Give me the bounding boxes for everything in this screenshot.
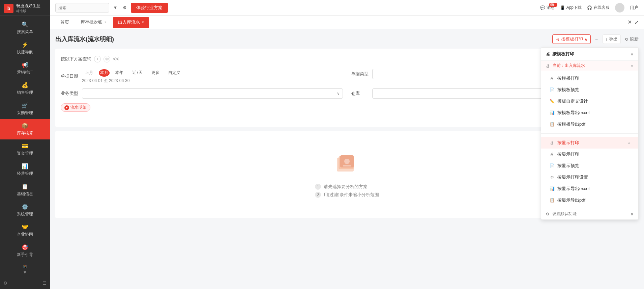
filter-date-label: 单据日期 [61,73,79,79]
sidebar-item-search[interactable]: 🔍 搜索菜单 [0,18,50,38]
system-icon: ⚙️ [22,204,28,210]
sidebar-item-label: 资金管理 [17,151,33,156]
filter-tag-item[interactable]: ● 流水明细 [61,103,90,112]
dropdown-item-template-print[interactable]: 🖨 按模板打印 [541,73,638,84]
dropdown-item-label: 按显示导出excel [557,186,589,192]
dropdown-divider [541,133,638,134]
dropdown-item-label: 按显示打印 [557,151,579,157]
refresh-btn[interactable]: ↻ 刷新 [625,36,639,42]
filter-add-btn[interactable]: + [94,56,101,62]
dropdown-display-collapse-icon: ∧ [628,141,630,145]
quicknav-icon: ⚡ [22,42,28,48]
hint-text-2: 用[过滤]条件来缩小分析范围 [324,192,379,198]
sidebar-item-sales[interactable]: 💰 销售管理 [0,79,50,99]
app-download-group[interactable]: 📱 App下载 [560,5,582,10]
date-this-year[interactable]: 本年 [112,69,126,77]
template-print-label: 按模板打印 [561,36,583,42]
headset-icon: 🎧 [587,5,592,10]
app-title: 畅捷通好生意 [16,3,40,9]
dropdown-footer-label: 设置默认功能 [552,211,577,217]
topbar-gear-icon[interactable]: ⚙ [121,4,128,11]
sidebar-item-purchase[interactable]: 🛒 采购管理 [0,99,50,119]
sidebar-item-marketing[interactable]: 📢 营销推广 [0,58,50,79]
dropdown-item-template-excel[interactable]: 📊 按模板导出excel [541,107,638,119]
online-service-group[interactable]: 🎧 在线客服 [587,5,610,10]
appstore-icon: 📱 [22,264,28,268]
topbar-left: ▼ ⚙ 体验行业方案 [55,3,536,13]
main-area: ▼ ⚙ 体验行业方案 💬 消息 99+ 📱 App下载 🎧 在线客服 [50,0,644,289]
footer-menu-icon[interactable]: ☰ [42,281,47,286]
template-print-btn[interactable]: 🖨 按模板打印 ∧ [552,34,591,44]
svg-point-3 [344,159,350,164]
date-options: 上月 本月 本年 近7天 更多 自定义 [82,69,183,77]
sidebar-item-label: 营销推广 [17,70,33,75]
template-print-icon: 🖨 [549,76,555,81]
filter-collapse-arrows[interactable]: << [113,56,119,62]
date-custom[interactable]: 自定义 [165,69,183,77]
date-this-month[interactable]: 本月 [99,69,110,77]
date-last-month[interactable]: 上月 [82,69,96,77]
filter-settings-btn[interactable]: ⚙ [104,56,110,62]
dropdown-item-template-preview[interactable]: 📄 按模板预览 [541,84,638,96]
search-input[interactable] [55,3,109,12]
tab-expand-btn[interactable]: ⤢ [635,20,639,25]
dropdown-item-display-pdf[interactable]: 📋 按显示导出pdf [541,194,638,206]
tabs-bar: 首页 库存批次账 × 出入库流水 × ✕ ⤢ [50,16,644,29]
sidebar-scroll-down[interactable]: ▼ [0,268,50,277]
dropdown-item-template-custom[interactable]: ✏️ 模板自定义设计 [541,96,638,107]
dropdown-item-template-pdf[interactable]: 📋 按模板导出pdf [541,119,638,130]
footer-settings-icon[interactable]: ⚙ [3,281,7,286]
sidebar-item-guide[interactable]: 🎯 新手引导 [0,241,50,261]
sidebar-item-inventory[interactable]: 📦 库存核算 [0,119,50,139]
dropdown-item-label: 按模板导出excel [557,110,589,116]
sidebar-item-collab[interactable]: 🤝 企业协同 [0,220,50,241]
sidebar-item-quicknav[interactable]: ⚡ 快捷导航 [0,38,50,58]
dropdown-footer[interactable]: ⚙ 设置默认功能 ∨ [541,208,638,219]
export-btn[interactable]: ↑ 导出 [603,34,621,44]
filter-biz-type-select[interactable]: ∨ [82,88,343,99]
more-icon[interactable]: ··· [595,37,598,42]
sidebar-item-system[interactable]: ⚙️ 系统管理 [0,200,50,220]
dropdown-display-section-header[interactable]: 🖨 按显示打印 ∧ [541,137,638,149]
user-avatar[interactable] [615,3,624,12]
tab-home[interactable]: 首页 [55,17,74,28]
dropdown-footer-icon: ⚙ [546,212,550,216]
tab-inout-flow[interactable]: 出入库流水 × [113,17,149,28]
basic-icon: 📋 [22,183,28,190]
hint-num-1: 1 [315,184,321,190]
inventory-icon: 📦 [22,123,28,129]
date-more[interactable]: 更多 [148,69,163,77]
tab-inventory-batch-close[interactable]: × [105,20,107,24]
sidebar-item-label: 销售管理 [17,90,33,96]
sidebar-item-ops[interactable]: 📊 经营管理 [0,160,50,180]
dropdown-arrow[interactable]: ∧ [631,52,634,56]
sidebar-item-finance[interactable]: 💳 资金管理 [0,139,50,160]
filter-bill-type-label: 单据类型 [351,71,370,77]
display-preview-icon: 📄 [549,163,555,168]
sidebar-item-appstore[interactable]: 📱 应用中心 [0,261,50,268]
display-excel-icon: 📊 [549,186,555,191]
message-icon: 💬 [540,5,545,10]
export-icon: ↑ [606,37,608,42]
tab-inventory-batch[interactable]: 库存批次账 × [76,17,112,28]
dropdown-sub[interactable]: 🖨 当前：出入库流水 ∨ [541,61,638,71]
dropdown-item-label: 按模板预览 [557,87,579,93]
dropdown-item-display-print[interactable]: 🖨 按显示打印 [541,149,638,160]
topbar-dropdown-icon[interactable]: ▼ [112,4,119,11]
industry-btn[interactable]: 体验行业方案 [131,3,168,13]
message-group[interactable]: 💬 消息 99+ [540,5,555,10]
guide-icon: 🎯 [22,244,28,251]
dropdown-item-display-excel[interactable]: 📊 按显示导出excel [541,183,638,194]
tab-inout-flow-label: 出入库流水 [118,19,140,25]
tab-inout-flow-close[interactable]: × [142,20,144,24]
sidebar-item-label: 库存核算 [17,130,33,136]
sidebar-item-label: 系统管理 [17,211,33,217]
sidebar-item-basic[interactable]: 📋 基础信息 [0,180,50,200]
dropdown-item-display-settings[interactable]: ⚙ 按显示打印设置 [541,172,638,183]
hint-num-2: 2 [315,192,321,198]
tabs-right: ✕ ⤢ [627,19,639,25]
tab-close-btn[interactable]: ✕ [627,19,632,25]
page-title: 出入库流水(流水明细) [55,35,114,43]
dropdown-item-display-preview[interactable]: 📄 按显示预览 [541,160,638,172]
date-7days[interactable]: 近7天 [129,69,146,77]
